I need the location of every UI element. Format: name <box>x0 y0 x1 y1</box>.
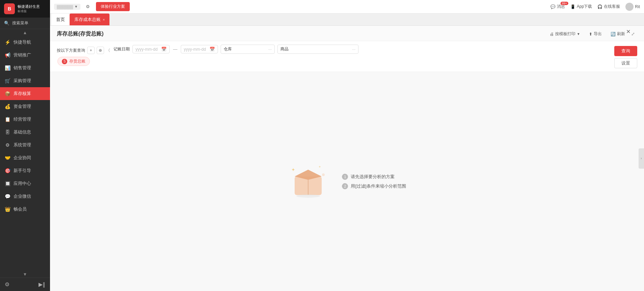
top-header: ▓▓▓▓▓▓ ▼ ⚙ 体验行业方案 💬 消息 99+ 📱 App下载 🎧 在线客… <box>50 0 644 14</box>
date-label: 记账日期 <box>114 46 130 52</box>
breadcrumb-area: ▓▓▓▓▓▓ ▼ ⚙ 体验行业方案 <box>54 2 550 11</box>
sidebar-search-label: 搜索菜单 <box>12 20 28 26</box>
sidebar-logo: B 畅捷通好生意 标准版 <box>0 0 50 18</box>
sidebar-bottom: ⚙ ▶‖ <box>0 277 50 291</box>
nav-icon-guide: 🎯 <box>4 168 11 173</box>
date-separator: — <box>173 47 177 52</box>
goods-more-icon: ··· <box>352 47 355 52</box>
tab-close-inventory-cost[interactable]: × <box>103 18 105 22</box>
empty-tips: 1 请先选择要分析的方案 2 用[过滤]条件来缩小分析范围 <box>342 174 406 189</box>
sidebar-item-member[interactable]: 👑 畅会员 <box>0 203 50 216</box>
print-icon: 🖨 <box>550 32 554 37</box>
trial-industry-btn[interactable]: 体验行业方案 <box>96 2 130 11</box>
page-title-actions: 🖨 按模板打印 ▼ ⬆ 导出 🔄 刷新 ✕ ⤢ <box>547 30 637 38</box>
sidebar-item-operation[interactable]: 📋 经营管理 <box>0 113 50 126</box>
sidebar-item-sales[interactable]: 📊 销售管理 <box>0 62 50 74</box>
tab-home[interactable]: 首页 <box>51 14 70 25</box>
print-btn[interactable]: 🖨 按模板打印 ▼ <box>547 30 583 38</box>
tab-inventory-cost[interactable]: 库存成本总账× <box>70 14 109 25</box>
close-right-panel-btn[interactable]: ✕ <box>626 28 630 35</box>
header-right: 💬 消息 99+ 📱 App下载 🎧 在线客服 Rit <box>550 3 640 11</box>
nav-icon-system: ⚙ <box>4 142 11 148</box>
user-avatar <box>625 3 634 11</box>
nav-icon-finance: 💰 <box>4 104 11 109</box>
date-start-input[interactable]: yyyy-mm-dd 📅 <box>132 45 170 53</box>
filter-collapse-btn[interactable]: 《 <box>106 48 110 53</box>
nav-label-finance: 资金管理 <box>14 103 31 110</box>
sidebar-item-cooperation[interactable]: 🤝 企业协同 <box>0 151 50 164</box>
date-start-placeholder: yyyy-mm-dd <box>135 47 157 52</box>
print-dropdown-icon: ▼ <box>577 32 580 36</box>
nav-label-wechat: 企业微信 <box>14 193 31 199</box>
sidebar: B 畅捷通好生意 标准版 🔍 搜索菜单 ▲ ⚡ 快捷导航 📢 营销推广 📊 销售… <box>0 0 50 291</box>
tab-label-home: 首页 <box>56 17 65 23</box>
nav-icon-marketing: 📢 <box>4 52 11 58</box>
settings-filter-btn[interactable]: 设置 <box>614 58 637 68</box>
nav-label-operation: 经营管理 <box>14 116 31 122</box>
sidebar-item-guide[interactable]: 🎯 新手引导 <box>0 164 50 177</box>
svg-text:✦: ✦ <box>291 167 295 172</box>
nav-label-purchase: 采购管理 <box>14 78 31 84</box>
sidebar-item-wechat[interactable]: 💬 企业微信 <box>0 190 50 203</box>
nav-label-system: 系统管理 <box>14 142 31 148</box>
sidebar-item-marketing[interactable]: 📢 营销推广 <box>0 49 50 62</box>
sidebar-item-purchase[interactable]: 🛒 采购管理 <box>0 74 50 87</box>
query-btn[interactable]: 查询 <box>614 46 637 56</box>
empty-tip-2: 2 用[过滤]条件来缩小分析范围 <box>342 183 406 189</box>
sidebar-scroll-up[interactable]: ▲ <box>0 29 50 36</box>
workspace-name: ▓▓▓▓▓▓ <box>57 5 73 9</box>
empty-tip-1: 1 请先选择要分析的方案 <box>342 174 406 180</box>
nav-label-marketing: 营销推广 <box>14 52 31 58</box>
nav-label-basic: 基础信息 <box>14 129 31 135</box>
date-end-input[interactable]: yyyy-mm-dd 📅 <box>181 45 218 53</box>
nav-label-inventory: 库存核算 <box>14 91 31 97</box>
calendar-end-icon[interactable]: 📅 <box>209 47 215 52</box>
svg-point-6 <box>296 194 320 198</box>
filter-row-1: 记账日期 yyyy-mm-dd 📅 — yyyy-mm-dd 📅 仓库 ··· <box>114 45 611 54</box>
nav-label-cooperation: 企业协同 <box>14 155 31 161</box>
sidebar-item-inventory[interactable]: 📦 库存核算 <box>0 87 50 100</box>
nav-icon-operation: 📋 <box>4 117 11 122</box>
refresh-btn[interactable]: 🔄 刷新 <box>608 30 628 38</box>
app-download-btn[interactable]: 📱 App下载 <box>570 4 592 9</box>
audio-icon[interactable]: ▶‖ <box>39 281 45 288</box>
calendar-start-icon[interactable]: 📅 <box>161 47 167 52</box>
nav-label-guide: 新手引导 <box>14 168 31 174</box>
sidebar-scroll-down[interactable]: ▼ <box>0 271 50 277</box>
nav-icon-cooperation: 🤝 <box>4 155 11 161</box>
goods-select[interactable]: 商品 ··· <box>277 45 358 54</box>
export-btn[interactable]: ⬆ 导出 <box>586 30 604 38</box>
message-icon: 💬 <box>550 4 555 9</box>
logo-icon: B <box>4 3 15 14</box>
scheme-row: S 存货总账 <box>57 57 90 66</box>
filter-setting-btn[interactable]: ⊕ <box>97 47 104 54</box>
messages-btn[interactable]: 💬 消息 99+ <box>550 4 565 9</box>
online-service-btn[interactable]: 🎧 在线客服 <box>597 4 620 9</box>
empty-illustration: ✦ ✦ <box>288 161 328 202</box>
user-menu[interactable]: Rit <box>625 3 640 11</box>
sidebar-item-apps[interactable]: 🔲 应用中心 <box>0 177 50 190</box>
workspace-dropdown[interactable]: ▓▓▓▓▓▓ ▼ <box>54 4 80 10</box>
header-settings-btn[interactable]: ⚙ <box>83 2 93 11</box>
scheme-inventory-ledger[interactable]: S 存货总账 <box>57 57 90 66</box>
sidebar-search[interactable]: 🔍 搜索菜单 <box>0 18 50 29</box>
sidebar-item-quick-nav[interactable]: ⚡ 快捷导航 <box>0 36 50 49</box>
filter-area: 按以下方案查询 + ⊕ 《 S 存货总账 记账日期 yyy <box>50 41 644 72</box>
sidebar-item-finance[interactable]: 💰 资金管理 <box>0 100 50 113</box>
nav-icon-member: 👑 <box>4 207 11 212</box>
export-icon: ⬆ <box>589 32 592 37</box>
sidebar-item-basic[interactable]: 🗄 基础信息 <box>0 126 50 139</box>
filter-add-btn[interactable]: + <box>87 47 95 54</box>
nav-icon-inventory: 📦 <box>4 91 11 96</box>
settings-bottom-icon[interactable]: ⚙ <box>5 281 9 288</box>
dropdown-arrow-icon: ▼ <box>74 5 78 8</box>
sidebar-item-system[interactable]: ⚙ 系统管理 <box>0 139 50 151</box>
page-content: 库存总账(存货总账) 🖨 按模板打印 ▼ ⬆ 导出 🔄 刷新 ✕ ⤢ <box>50 26 644 291</box>
phone-icon: 📱 <box>570 4 575 9</box>
nav-icon-wechat: 💬 <box>4 194 11 199</box>
search-icon: 🔍 <box>4 21 9 26</box>
expand-icon[interactable]: ⤢ <box>631 31 637 37</box>
right-panel-collapse-btn[interactable]: › <box>639 148 644 169</box>
nav-icon-purchase: 🛒 <box>4 78 11 83</box>
warehouse-select[interactable]: 仓库 ··· <box>221 45 275 54</box>
